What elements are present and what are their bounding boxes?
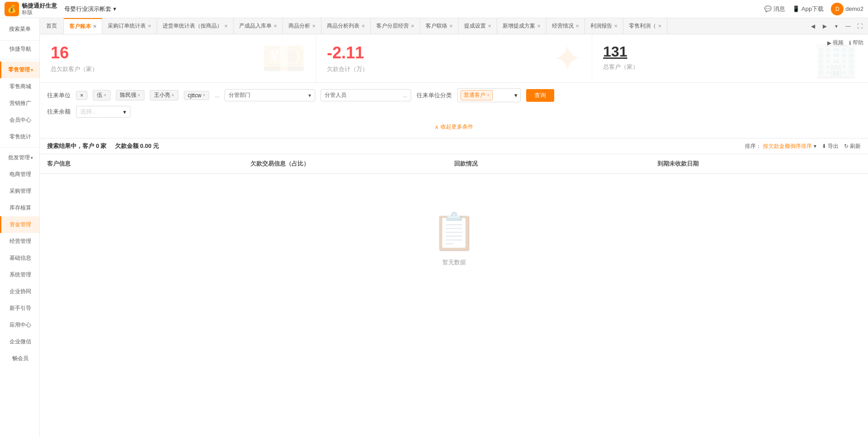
stat-debt-value: -2.11 xyxy=(327,43,364,62)
tab-close-0[interactable]: ✕ xyxy=(93,24,96,29)
tab-minimize-button[interactable]: — xyxy=(843,21,854,32)
sidebar-item-member[interactable]: 会员中心 xyxy=(0,112,39,128)
tab-close-8[interactable]: ✕ xyxy=(488,24,491,28)
tab-close-10[interactable]: ✕ xyxy=(575,24,579,28)
sidebar-item-batch-manage[interactable]: 批发管理 ▾ xyxy=(0,149,39,166)
query-button[interactable]: 查询 xyxy=(526,89,554,102)
top-right-actions: ▶ 视频 ℹ 帮助 xyxy=(827,39,863,47)
tag-close-4[interactable]: × xyxy=(203,93,206,98)
person-filter-select[interactable]: 分管人员 ... xyxy=(321,89,411,101)
tab-maximize-button[interactable]: ⛶ xyxy=(854,21,865,32)
message-button[interactable]: 💬 消息 xyxy=(764,5,785,13)
tab-product-analysis[interactable]: 商品分析 ✕ xyxy=(283,18,321,34)
tab-purchase-order-stat[interactable]: 采购订单统计表 ✕ xyxy=(102,18,157,34)
tab-customer-contact[interactable]: 客户联络 ✕ xyxy=(420,18,459,34)
sidebar-item-retail-stat[interactable]: 零售统计 xyxy=(0,128,39,145)
filter-tag-unit-3: 王小亮 × xyxy=(150,90,178,100)
sidebar-item-enterprise-wx[interactable]: 企业微信 xyxy=(0,333,39,350)
export-button[interactable]: ⬇ 导出 xyxy=(822,142,839,150)
tab-close-4[interactable]: ✕ xyxy=(312,24,316,28)
app-download-button[interactable]: 📱 App下载 xyxy=(792,5,824,13)
tab-close-6[interactable]: ✕ xyxy=(411,24,414,28)
sidebar-item-basic-info[interactable]: 基础信息 xyxy=(0,250,39,266)
tab-close-3[interactable]: ✕ xyxy=(273,24,277,28)
tab-customer-account[interactable]: 客户账本 ✕ xyxy=(64,18,102,34)
tab-close-5[interactable]: ✕ xyxy=(361,24,365,28)
play-icon: ▶ xyxy=(827,40,831,46)
unit-type-tag: 普通客户 × xyxy=(460,90,493,100)
empty-icon: 📋 xyxy=(432,210,477,253)
tab-next-button[interactable]: ▶ xyxy=(819,21,830,32)
sidebar-item-purchase[interactable]: 采购管理 xyxy=(0,183,39,200)
tab-profit-report[interactable]: 利润报告 ✕ xyxy=(585,18,623,34)
unit-type-tag-close[interactable]: × xyxy=(487,93,489,98)
filter-tag-unit-1: 伍 × xyxy=(93,90,110,100)
collapse-button[interactable]: ∧ 收起更多条件 xyxy=(431,121,477,133)
chevron-down-icon: ▾ xyxy=(113,5,116,12)
tab-close-2[interactable]: ✕ xyxy=(224,24,228,28)
stat-card-debt: ✦ -2.11 欠款合计（万） xyxy=(316,34,592,82)
result-info: 搜索结果中，客户 0 家 欠款金额 0.00 元 xyxy=(47,142,159,150)
search-menu-button[interactable]: 搜索菜单 xyxy=(4,23,36,36)
tab-controls: ◀ ▶ ▾ — ⛶ xyxy=(805,21,868,32)
tag-close-1[interactable]: × xyxy=(104,93,106,98)
refresh-button[interactable]: ↻ 刷新 xyxy=(844,142,861,150)
sidebar-item-retail-mall[interactable]: 零售商城 xyxy=(0,78,39,95)
stat-card-customers: 💴 16 总欠款客户（家） xyxy=(40,34,316,82)
tab-retail-profit[interactable]: 零售利润（ ✕ xyxy=(623,18,667,34)
sidebar-item-sys-manage[interactable]: 系统管理 xyxy=(0,266,39,283)
stat-card-total: 🏢 131 总客户（家） ▶ 视频 ℹ 帮助 xyxy=(592,34,868,82)
tab-product-inbound[interactable]: 产成品入库单 ✕ xyxy=(234,18,283,34)
tab-customer-segment[interactable]: 客户分层经营 ✕ xyxy=(371,18,420,34)
logo-area: 💰 畅捷通好生意 标版 xyxy=(5,2,57,16)
tab-prev-button[interactable]: ◀ xyxy=(807,21,818,32)
user-menu[interactable]: D demo2 xyxy=(831,3,863,15)
phone-icon: 📱 xyxy=(792,5,800,12)
filter-area: 往来单位 × 伍 × 陈民强 × 王小亮 × xyxy=(40,83,868,138)
filter-tags-more[interactable]: ... xyxy=(215,92,219,99)
chevron-down-icon4: ▾ xyxy=(514,92,518,99)
stat-total-value: 131 xyxy=(603,43,627,60)
tab-close-1[interactable]: ✕ xyxy=(148,24,151,28)
balance-filter-select[interactable]: 选择... ▾ xyxy=(76,106,130,118)
stat-customer-value: 16 xyxy=(51,43,69,62)
sidebar-item-retail-manage[interactable]: 零售管理 ▾ xyxy=(0,62,39,78)
sidebar-item-ecommerce[interactable]: 电商管理 xyxy=(0,166,39,183)
col-customer-info: 客户信息 xyxy=(47,160,250,168)
tab-business-status[interactable]: 经营情况 ✕ xyxy=(547,18,585,34)
tab-commission-settings[interactable]: 提成设置 ✕ xyxy=(459,18,497,34)
demo-selector[interactable]: 母婴行业演示帐套 ▾ xyxy=(61,3,120,15)
main-layout: 搜索菜单 快捷导航 零售管理 ▾ 零售商城 营销推广 会员中心 零售统计 批发管… xyxy=(0,18,868,437)
unit-type-select[interactable]: 普通客户 × ▾ xyxy=(457,88,521,102)
sidebar-item-enterprise[interactable]: 企业协同 xyxy=(0,283,39,300)
sidebar-item-app-center[interactable]: 应用中心 xyxy=(0,317,39,333)
tab-close-7[interactable]: ✕ xyxy=(449,24,453,28)
dept-filter-select[interactable]: 分管部门 ▾ xyxy=(225,89,315,101)
sidebar-item-capital[interactable]: 资金管理 xyxy=(0,216,39,233)
tab-menu-button[interactable]: ▾ xyxy=(831,21,842,32)
table-wrap: 客户信息 欠款交易信息（占比） 回款情况 到期未收款日期 📋 暂无数据 xyxy=(40,154,868,437)
video-link[interactable]: ▶ 视频 xyxy=(827,39,844,47)
tag-close-3[interactable]: × xyxy=(172,93,174,98)
tab-close-11[interactable]: ✕ xyxy=(614,24,618,28)
chevron-down-icon6: ▾ xyxy=(814,143,816,149)
sidebar-item-new-guide[interactable]: 新手引导 xyxy=(0,300,39,317)
sidebar-item-member2[interactable]: 畅会员 xyxy=(0,350,39,367)
tab-product-analysis-list[interactable]: 商品分析列表 ✕ xyxy=(321,18,371,34)
tab-new-commission[interactable]: 新增提成方案 ✕ xyxy=(497,18,547,34)
tab-home[interactable]: 首页 xyxy=(40,18,64,34)
sidebar-item-marketing[interactable]: 营销推广 xyxy=(0,95,39,112)
stats-row: 💴 16 总欠款客户（家） ✦ -2.11 欠款合计（万） 🏢 131 总客户（… xyxy=(40,34,868,83)
help-link[interactable]: ℹ 帮助 xyxy=(849,39,863,47)
table-header: 客户信息 欠款交易信息（占比） 回款情况 到期未收款日期 xyxy=(40,154,868,174)
sidebar-item-inventory[interactable]: 库存核算 xyxy=(0,200,39,216)
sidebar-item-operation[interactable]: 经营管理 xyxy=(0,233,39,250)
tag-close-2[interactable]: × xyxy=(138,93,140,98)
tab-purchase-stat-product[interactable]: 进货单统计表（按商品） ✕ xyxy=(157,18,234,34)
sidebar-item-quick-nav[interactable]: 快捷导航 xyxy=(0,41,39,57)
help-icon: ℹ xyxy=(849,40,851,46)
tab-close-9[interactable]: ✕ xyxy=(537,24,541,28)
filter-tag-unit-4: cjttcw × xyxy=(184,91,210,100)
sort-selector[interactable]: 排序： 按欠款金额倒序排序 ▾ xyxy=(745,142,816,150)
tab-close-12[interactable]: ✕ xyxy=(658,24,662,28)
